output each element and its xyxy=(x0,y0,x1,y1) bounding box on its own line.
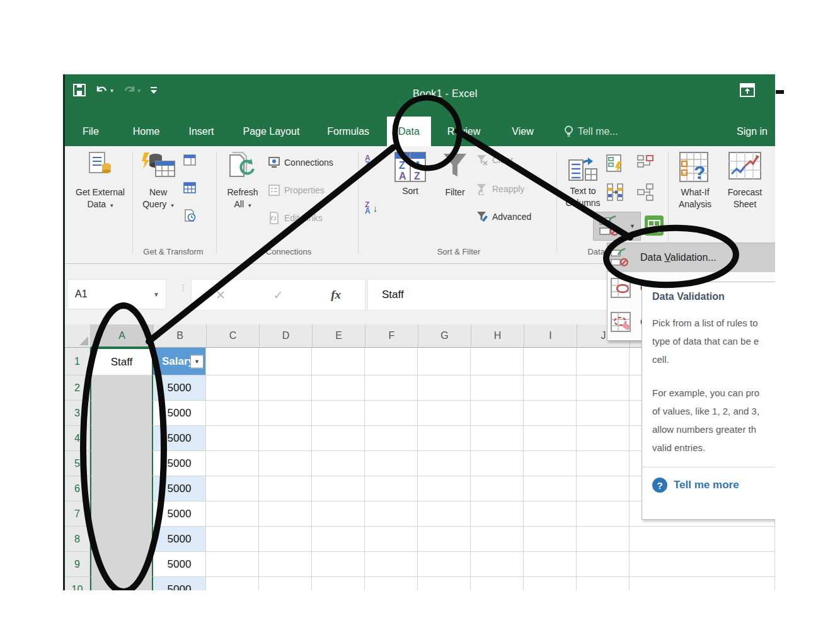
tab-data[interactable]: Data xyxy=(387,117,431,146)
new-query-icon xyxy=(139,151,177,184)
cell-a2[interactable] xyxy=(90,375,153,401)
what-if-analysis-button[interactable]: ? What-IfAnalysis xyxy=(671,151,719,210)
save-icon[interactable] xyxy=(72,83,86,97)
tab-view[interactable]: View xyxy=(500,117,544,146)
show-queries-button[interactable] xyxy=(183,154,196,166)
sort-descending-button[interactable]: ZA↓ xyxy=(365,202,377,214)
cell-a10[interactable] xyxy=(90,577,153,590)
cell-a7[interactable] xyxy=(90,501,153,527)
svg-text:Z: Z xyxy=(414,171,420,181)
tooltip-text: type of data that can be e xyxy=(652,332,775,350)
tab-insert[interactable]: Insert xyxy=(177,117,225,146)
reapply-filter-button[interactable]: Reapply xyxy=(476,183,524,195)
column-header-d[interactable]: D xyxy=(260,324,313,348)
cell-b1[interactable]: Salary ▼ xyxy=(153,348,206,375)
undo-icon[interactable]: ▾ xyxy=(95,84,113,96)
flash-fill-button[interactable] xyxy=(606,154,624,174)
properties-button[interactable]: Properties xyxy=(268,184,325,197)
customize-qat-icon[interactable] xyxy=(149,85,158,95)
from-table-button[interactable] xyxy=(183,181,196,194)
redo-icon[interactable]: ▾ xyxy=(122,84,141,96)
cell-b5[interactable]: 5000 xyxy=(153,451,206,476)
column-header-i[interactable]: I xyxy=(524,324,577,348)
connections-button[interactable]: Connections xyxy=(268,156,333,169)
tab-file[interactable]: File xyxy=(71,117,110,146)
tell-me-box[interactable]: Tell me... xyxy=(554,117,628,146)
menu-item-data-validation[interactable]: Data Validation... xyxy=(607,243,775,272)
column-header-f[interactable]: F xyxy=(365,324,418,348)
new-query-button[interactable]: NewQuery ▾ xyxy=(135,151,181,212)
data-validation-dropdown-arrow[interactable]: ▼ xyxy=(630,223,635,229)
column-header-c[interactable]: C xyxy=(207,324,260,348)
tab-home[interactable]: Home xyxy=(122,117,171,146)
cell-b9[interactable]: 5000 xyxy=(153,552,206,577)
consolidate-button[interactable] xyxy=(636,154,655,174)
name-box[interactable]: A1▼ xyxy=(67,279,166,309)
cell-a1[interactable]: Staff xyxy=(90,348,153,375)
tab-review[interactable]: Review xyxy=(436,117,492,146)
cell-a6[interactable] xyxy=(90,476,153,501)
data-validation-menu-icon xyxy=(610,248,633,268)
sign-in-button[interactable]: Sign in xyxy=(737,117,768,146)
edit-links-button[interactable]: Edit Links xyxy=(268,212,323,224)
quick-access-toolbar: ▾ ▾ xyxy=(72,83,158,97)
column-header-a[interactable]: A xyxy=(91,324,154,348)
tooltip-text: For example, you can pro xyxy=(652,384,775,402)
cell-b10[interactable]: 5000 xyxy=(153,577,206,590)
sort-ascending-button[interactable]: AZ↓ xyxy=(365,155,377,168)
ribbon-display-options-icon[interactable] xyxy=(740,83,755,100)
row-header-8[interactable]: 8 xyxy=(65,527,90,552)
refresh-all-button[interactable]: RefreshAll ▾ xyxy=(221,151,264,212)
column-header-h[interactable]: H xyxy=(471,324,524,348)
data-validation-button[interactable]: ▼ xyxy=(593,212,641,241)
cell-b3[interactable]: 5000 xyxy=(153,401,206,426)
tab-page-layout[interactable]: Page Layout xyxy=(231,117,311,146)
row-header-10[interactable]: 10 xyxy=(65,577,90,590)
text-to-columns-button[interactable]: Text toColumns xyxy=(561,151,604,209)
cell-a9[interactable] xyxy=(90,552,153,577)
cell-a4[interactable] xyxy=(90,426,153,451)
forecast-sheet-icon xyxy=(728,151,762,184)
advanced-filter-button[interactable]: Advanced xyxy=(476,210,531,223)
column-header-g[interactable]: G xyxy=(418,324,471,348)
get-external-data-button[interactable]: Get ExternalData ▾ xyxy=(70,151,130,212)
filter-button[interactable]: Filter xyxy=(437,151,473,198)
redo-dropdown-arrow[interactable]: ▾ xyxy=(137,87,141,94)
cell-b4[interactable]: 5000 xyxy=(153,426,206,451)
formula-bar-resize-handle[interactable]: ⋮ xyxy=(179,285,187,290)
cell-b8[interactable]: 5000 xyxy=(153,527,206,552)
cell-a8[interactable] xyxy=(90,527,153,552)
row-header-5[interactable]: 5 xyxy=(65,451,90,476)
filter-dropdown-button[interactable]: ▼ xyxy=(190,355,204,368)
cell-b2[interactable]: 5000 xyxy=(153,375,206,401)
row-header-7[interactable]: 7 xyxy=(65,501,90,527)
cancel-entry-icon[interactable]: ✕ xyxy=(216,288,226,302)
undo-dropdown-arrow[interactable]: ▾ xyxy=(110,87,113,94)
row-header-3[interactable]: 3 xyxy=(65,401,90,426)
cell-a5[interactable] xyxy=(90,451,153,476)
row-header-9[interactable]: 9 xyxy=(65,552,90,577)
relationships-button[interactable] xyxy=(636,183,655,202)
confirm-entry-icon[interactable]: ✓ xyxy=(273,288,284,302)
cell-b6[interactable]: 5000 xyxy=(153,476,206,501)
forecast-sheet-button[interactable]: ForecastSheet xyxy=(722,151,768,210)
tell-me-more-link[interactable]: ? Tell me more xyxy=(652,478,775,493)
tab-formulas[interactable]: Formulas xyxy=(316,117,381,146)
column-header-e[interactable]: E xyxy=(313,324,365,348)
select-all-corner[interactable] xyxy=(65,324,91,348)
sort-button[interactable]: ZA AZ Sort xyxy=(389,151,431,197)
row-header-4[interactable]: 4 xyxy=(65,426,90,451)
manage-data-model-button[interactable] xyxy=(642,213,666,238)
row-header-1[interactable]: 1 xyxy=(65,348,90,375)
name-box-dropdown-arrow[interactable]: ▼ xyxy=(153,291,159,298)
cell-b7[interactable]: 5000 xyxy=(153,501,206,527)
row-header-6[interactable]: 6 xyxy=(65,476,90,501)
recent-sources-button[interactable] xyxy=(183,209,196,222)
cell-a3[interactable] xyxy=(90,401,153,426)
remove-duplicates-button[interactable] xyxy=(606,183,624,202)
row-header-2[interactable]: 2 xyxy=(65,375,90,401)
data-validation-icon xyxy=(599,215,624,237)
insert-function-icon[interactable]: fx xyxy=(331,288,341,302)
column-header-b[interactable]: B xyxy=(154,324,207,348)
clear-filter-button[interactable]: Clear xyxy=(476,154,513,166)
